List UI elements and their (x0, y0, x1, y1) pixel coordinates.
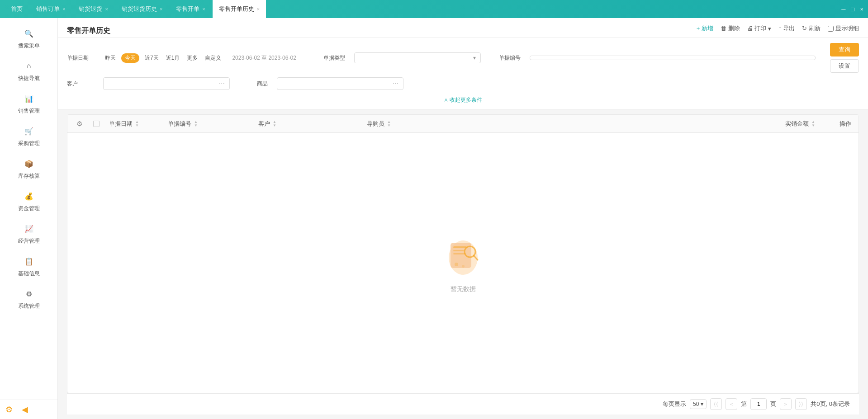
print-label: 🖨 打印 (747, 24, 767, 33)
empty-illustration (441, 233, 486, 278)
sidebar-item-search[interactable]: 🔍 搜索采单 (0, 22, 57, 54)
th-settings[interactable]: ⚙ (71, 120, 87, 128)
add-button[interactable]: + 新增 (697, 24, 713, 33)
date-opt-7days[interactable]: 近7天 (143, 53, 161, 63)
order-no-filter-label: 单据编号 (499, 54, 521, 62)
th-amount: 实销金额 ▲ ▼ (431, 120, 819, 128)
sidebar-item-finance[interactable]: 💰 资金管理 (0, 184, 57, 217)
sidebar-item-business[interactable]: 📈 经营管理 (0, 217, 57, 250)
display-detail-checkbox[interactable] (828, 26, 834, 32)
filter-area: 单据日期 昨天 今天 近7天 近1月 更多 自定义 2023-06-02 至 2… (58, 38, 868, 110)
sidebar-settings-icon[interactable]: ⚙ (5, 405, 13, 414)
tab-home[interactable]: 首页 (5, 0, 29, 18)
table-wrapper: ⚙ 单据日期 ▲ ▼ 单据编号 (67, 114, 859, 393)
th-customer-label: 客户 (258, 120, 270, 128)
goods-input[interactable]: ··· (277, 77, 403, 90)
tab-sales-order[interactable]: 销售订单 × (30, 0, 71, 18)
refresh-button[interactable]: ↻ 刷新 (802, 24, 821, 33)
per-page-select[interactable]: 50 ▾ (690, 399, 707, 409)
last-page-button[interactable]: ⟩⟩ (795, 398, 807, 410)
type-select[interactable]: ▾ (354, 52, 481, 63)
search-icon: 🔍 (23, 27, 35, 40)
empty-text: 暂无数据 (451, 285, 476, 293)
page-number-input[interactable] (750, 398, 767, 410)
column-settings-icon[interactable]: ⚙ (76, 120, 82, 128)
date-opt-today[interactable]: 今天 (121, 53, 139, 63)
basic-icon: 📋 (23, 255, 35, 268)
maximize-button[interactable]: □ (851, 6, 855, 13)
th-operation-label: 操作 (840, 120, 851, 128)
svg-point-7 (455, 263, 458, 266)
date-opt-1month[interactable]: 近1月 (164, 53, 182, 63)
order-no-sort-icon[interactable]: ▲ ▼ (194, 120, 198, 127)
sidebar-item-quick-nav[interactable]: ⌂ 快捷导航 (0, 54, 57, 87)
top-nav: 首页 销售订单 × 销货退货 × 销货退货历史 × 零售开单 × 零售开单历史 … (0, 0, 868, 18)
date-opt-custom[interactable]: 自定义 (203, 53, 223, 63)
tab-retail-history[interactable]: 零售开单历史 × (213, 0, 266, 18)
svg-rect-2 (453, 246, 467, 248)
tab-retail-open-label: 零售开单 (176, 5, 199, 13)
close-retail-open-icon[interactable]: × (202, 6, 205, 12)
per-page-arrow: ▾ (701, 401, 703, 407)
customer-sort-icon[interactable]: ▲ ▼ (273, 120, 276, 127)
sidebar-item-purchase[interactable]: 🛒 采购管理 (0, 119, 57, 152)
select-all-checkbox[interactable] (93, 121, 100, 127)
sidebar-collapse-icon[interactable]: ◀ (22, 405, 28, 414)
sidebar-item-system[interactable]: ⚙ 系统管理 (0, 282, 57, 315)
th-customer: 客户 ▲ ▼ (255, 120, 363, 128)
tab-sales-return-label: 销货退货 (79, 5, 102, 13)
date-sort-icon[interactable]: ▲ ▼ (135, 120, 139, 127)
filter-row-2: 客户 ··· 商品 ··· (67, 77, 859, 90)
print-button[interactable]: 🖨 打印 ▾ (747, 24, 772, 33)
tab-retail-open[interactable]: 零售开单 × (170, 0, 211, 18)
sidebar-item-inventory[interactable]: 📦 库存核算 (0, 152, 57, 184)
close-sales-return-icon[interactable]: × (105, 6, 108, 12)
sidebar-item-basic[interactable]: 📋 基础信息 (0, 250, 57, 282)
order-no-input[interactable] (530, 56, 816, 60)
page-label: 第 (741, 400, 747, 408)
delete-button[interactable]: 🗑 删除 (721, 24, 740, 33)
svg-rect-3 (453, 250, 464, 251)
next-page-button[interactable]: ＞ (780, 398, 792, 410)
export-button[interactable]: ↑ 导出 (778, 24, 795, 33)
customer-input[interactable]: ··· (103, 77, 230, 90)
type-select-arrow: ▾ (473, 55, 476, 61)
th-operation: 操作 (819, 120, 855, 128)
filter-row-1: 单据日期 昨天 今天 近7天 近1月 更多 自定义 2023-06-02 至 2… (67, 43, 859, 73)
close-sales-order-icon[interactable]: × (62, 6, 65, 12)
close-retail-history-icon[interactable]: × (257, 6, 260, 12)
date-opt-more[interactable]: 更多 (185, 53, 199, 63)
tab-home-label: 首页 (11, 5, 23, 13)
close-sales-return-history-icon[interactable]: × (160, 6, 162, 12)
first-page-button[interactable]: ⟨⟨ (710, 398, 722, 410)
minimize-button[interactable]: ─ (841, 6, 845, 13)
type-filter-label: 单据类型 (323, 54, 345, 62)
th-date-label: 单据日期 (109, 120, 133, 128)
setting-button[interactable]: 设置 (830, 59, 859, 73)
tab-sales-return-history[interactable]: 销货退货历史 × (115, 0, 169, 18)
sidebar-item-sales[interactable]: 📊 销售管理 (0, 87, 57, 119)
total-text: 共0页, 0条记录 (811, 400, 850, 408)
svg-rect-4 (453, 253, 466, 254)
sidebar-item-purchase-label: 采购管理 (18, 140, 40, 147)
display-detail-checkbox-label[interactable]: 显示明细 (828, 24, 859, 33)
query-button[interactable]: 查询 (830, 43, 859, 56)
th-amount-label: 实销金额 (785, 120, 809, 128)
tab-sales-return[interactable]: 销货退货 × (72, 0, 114, 18)
date-filter-label: 单据日期 (67, 54, 94, 62)
tab-sales-order-label: 销售订单 (36, 5, 60, 13)
content-area: 零售开单历史 + 新增 🗑 删除 🖨 打印 ▾ ↑ 导出 ↻ 刷新 显示明细 (58, 18, 868, 419)
page-suffix: 页 (770, 400, 776, 408)
print-arrow-icon: ▾ (768, 25, 771, 32)
prev-page-button[interactable]: ＜ (726, 398, 737, 410)
date-opt-yesterday[interactable]: 昨天 (103, 53, 118, 63)
guide-sort-icon[interactable]: ▲ ▼ (387, 120, 391, 127)
sidebar-item-finance-label: 资金管理 (18, 205, 40, 212)
amount-sort-icon[interactable]: ▲ ▼ (811, 120, 815, 127)
empty-svg (441, 233, 486, 278)
goods-dots-icon: ··· (393, 80, 398, 88)
collapse-button[interactable]: ∧ 收起更多条件 (444, 96, 482, 104)
date-range-text: 2023-06-02 至 2023-06-02 (232, 54, 296, 62)
table-area: ⚙ 单据日期 ▲ ▼ 单据编号 (58, 110, 868, 419)
close-button[interactable]: × (860, 6, 863, 13)
